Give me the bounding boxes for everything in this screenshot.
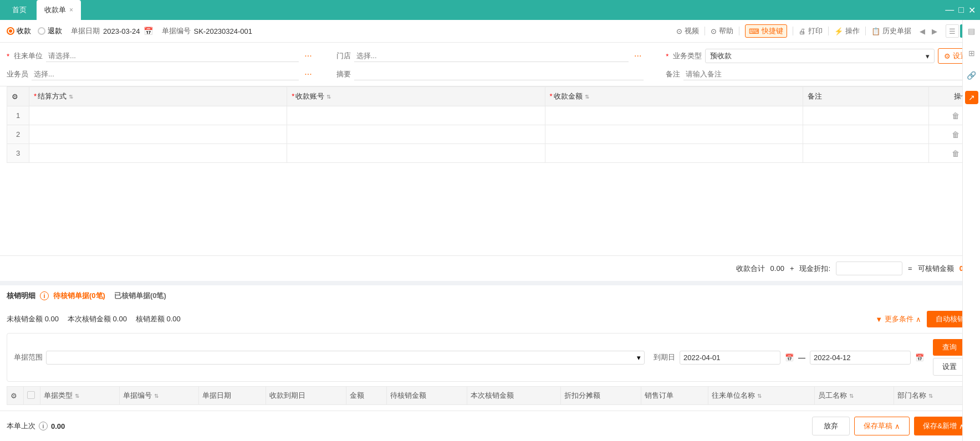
tab-receipts[interactable]: 收款单 × [37,0,81,20]
amount-cell-2[interactable] [545,125,803,144]
note-cell-2[interactable] [803,125,928,144]
section-divider [0,281,980,285]
note-cell-1[interactable] [803,106,928,125]
form-row-1: * 往来单位 ··· 门店 ··· * 业务类型 预收款 ▾ ⚙ [7,48,973,64]
salesperson-more-btn[interactable]: ··· [302,69,314,79]
date-to-input[interactable] [810,351,911,365]
tab-home[interactable]: 首页 [4,0,34,20]
verification-section: 核销明细 i 待核销单据(0笔) 已核销单据(0笔) 未核销金额 0.00 [0,285,980,411]
pending-tab[interactable]: 待核销单据(0笔) [53,291,105,301]
draft-btn[interactable]: 保存草稿 ∧ [854,417,910,435]
salesperson-input[interactable] [32,68,299,80]
sidebar-icon-1[interactable]: ▤ [965,24,978,38]
col-employee-bottom: 员工名称⇅ [814,387,894,405]
col-note: 备注 [803,87,928,106]
select-all-checkbox[interactable] [27,391,35,399]
list-view-icon[interactable]: ☰ [946,24,959,38]
summary-input[interactable] [354,68,644,80]
info-icon[interactable]: i [40,291,49,300]
amount-cell-1[interactable] [545,106,803,125]
date-filter-field: 到期日 📅 — 📅 [654,351,924,365]
col-settings-bottom[interactable]: ⚙ [7,387,24,405]
account-cell-2[interactable] [287,125,545,144]
store-more-btn[interactable]: ··· [632,51,644,61]
discard-btn[interactable]: 放弃 [812,417,850,435]
date-from-input[interactable] [680,351,780,365]
form-area: * 往来单位 ··· 门店 ··· * 业务类型 预收款 ▾ ⚙ [0,43,980,86]
settlement-cell-2[interactable] [29,125,287,144]
settlement-cell-1[interactable] [29,106,287,125]
info-icon2[interactable]: i [39,422,48,430]
help-btn[interactable]: ⊙ 帮助 [711,26,733,36]
date-field-group: 单据日期 2023-03-24 📅 [71,26,153,36]
required-star: * [7,52,9,60]
row-num-1: 1 [7,106,29,125]
verification-title-text: 核销明细 [7,291,35,301]
calendar-icon[interactable]: 📅 [144,27,153,35]
sidebar-icon-3[interactable]: 🔗 [965,69,978,82]
note-cell-3[interactable] [803,144,928,163]
stats-row: 未核销金额 0.00 本次核销金额 0.00 核销差额 0.00 [7,310,181,329]
col-sales-order-bottom: 销售订单 [641,387,708,405]
calendar-to-icon[interactable]: 📅 [915,353,924,362]
counterpart-more-btn[interactable]: ··· [302,51,314,61]
toolbar-right: ⊙ 视频 ⊙ 帮助 ⌨ 快捷键 🖨 打印 ⚡ 操作 [676,24,973,38]
divider1 [705,27,705,35]
prev-arrow[interactable]: ◀ [917,25,928,37]
minimize-btn[interactable]: — [945,5,954,15]
delete-row-2-icon[interactable]: 🗑 [952,130,959,139]
radio-refund-dot [38,27,45,35]
verification-title: 核销明细 i 待核销单据(0笔) 已核销单据(0笔) [7,291,166,301]
radio-refund[interactable]: 退款 [38,26,62,36]
settlement-cell-3[interactable] [29,144,287,163]
bottom-footer: 本单上次 i 0.00 放弃 保存草稿 ∧ 保存&新增 ∧ [0,411,980,441]
date-range-dash: — [798,353,805,362]
next-arrow[interactable]: ▶ [929,25,940,37]
account-cell-3[interactable] [287,144,545,163]
col-type-bottom: 单据类型⇅ [40,387,120,405]
op-icon: ⚡ [834,27,843,35]
radio-collect[interactable]: 收款 [7,26,31,36]
delete-row-1-icon[interactable]: 🗑 [952,111,959,120]
counterpart-input[interactable] [46,50,299,62]
radio-refund-label: 退款 [48,26,62,36]
business-type-dropdown[interactable]: 预收款 ▾ [705,49,935,63]
print-btn[interactable]: 🖨 打印 [799,26,823,36]
col-due-date-bottom: 收款到期日 [266,387,346,405]
more-conditions-btn[interactable]: ▼ 更多条件 ∧ [875,314,921,324]
table-settings-header[interactable]: ⚙ [7,87,29,106]
doc-no-label: 单据编号 [162,26,191,36]
delete-row-3-icon[interactable]: 🗑 [952,149,959,158]
filter-settings-btn[interactable]: 设置 [933,358,966,376]
sidebar-icon-2[interactable]: ⊞ [965,47,978,60]
cash-discount-input[interactable] [836,261,902,275]
form-row-2: 业务员 ··· 摘要 备注 [7,68,973,80]
date-field-value[interactable]: 2023-03-24 [103,27,140,35]
range-select[interactable]: ▾ [46,351,645,365]
operation-btn[interactable]: ⚡ 操作 [834,26,860,36]
row-num-2: 2 [7,125,29,144]
sidebar-icon-4[interactable]: ↗ [965,91,978,104]
history-btn[interactable]: 📋 历史单据 [871,26,911,36]
gear-icon-bottom: ⚙ [11,392,17,400]
doc-no-value[interactable]: SK-20230324-001 [194,27,253,35]
account-cell-1[interactable] [287,106,545,125]
done-tab[interactable]: 已核销单据(0笔) [114,291,166,301]
store-input[interactable] [354,50,629,62]
bottom-table: ⚙ 单据类型⇅ 单据编号⇅ 单据日期 [7,386,973,405]
tab-close-icon[interactable]: × [69,6,73,14]
note-input[interactable] [683,68,973,80]
chevron-down-icon: ▾ [926,52,930,60]
col-checkbox-bottom[interactable] [24,387,40,405]
shortcut-btn[interactable]: ⌨ 快捷键 [745,24,787,38]
window-controls: — □ ✕ [945,5,976,16]
video-btn[interactable]: ⊙ 视频 [676,26,699,36]
amount-cell-3[interactable] [545,144,803,163]
receipt-type-radio-group: 收款 退款 [7,26,62,36]
shortcut-label: 快捷键 [762,26,783,36]
maximize-btn[interactable]: □ [958,5,964,15]
query-btn[interactable]: 查询 [933,339,966,356]
close-btn[interactable]: ✕ [968,5,976,16]
radio-collect-label: 收款 [17,26,31,36]
calendar-from-icon[interactable]: 📅 [785,353,794,362]
